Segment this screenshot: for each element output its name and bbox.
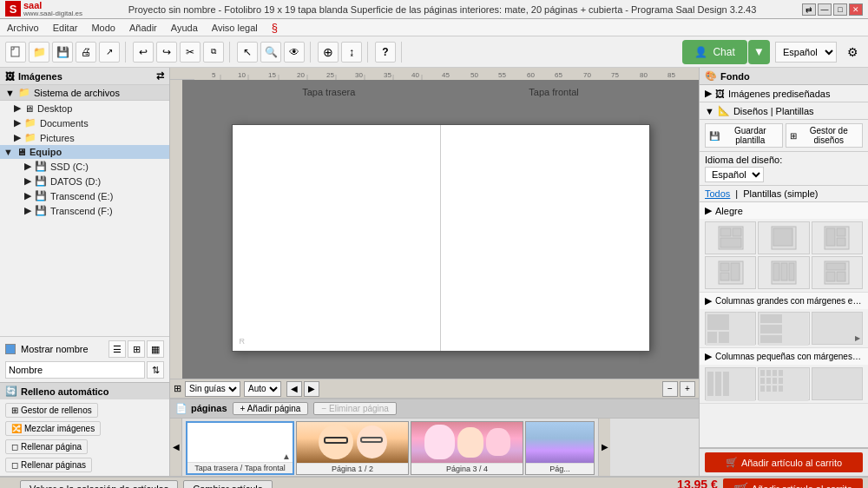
tree-item-documents[interactable]: ▶ 📁 Documents [0, 115, 169, 130]
export-button[interactable]: ↗ [99, 42, 120, 63]
main-canvas[interactable]: Tapa trasera Tapa frontal R [182, 80, 699, 379]
alegre-thumb-1[interactable] [705, 221, 756, 254]
alegre-thumb-6-svg [824, 260, 850, 285]
mezclar-imagenes-button[interactable]: 🔀 Mezclar imágenes [5, 421, 101, 436]
filmstrip-page-4[interactable]: Pág... [525, 421, 595, 475]
svg-rect-43 [731, 263, 740, 280]
col-pq-thumb-2[interactable] [758, 367, 809, 400]
alegre-thumb-4[interactable] [705, 256, 756, 289]
svg-rect-67 [773, 370, 777, 376]
add-to-cart-right-button[interactable]: 🛒 Añadir artículo al carrito [705, 452, 863, 472]
gestor-disenos-button[interactable]: ⊞ Gestor de diseños [786, 123, 864, 148]
add2-button[interactable]: ↨ [341, 42, 362, 63]
tree-item-transcend-f[interactable]: ▶ 💾 Transcend (F:) [0, 203, 169, 218]
guides-select[interactable]: Sin guías [185, 381, 240, 397]
col-pq-thumb-3[interactable] [812, 367, 863, 400]
open-button[interactable]: 📁 [29, 42, 49, 63]
zoom-in-button[interactable]: + [680, 381, 695, 397]
col-pq-thumb-1[interactable] [705, 367, 756, 400]
filmstrip-arrow-1[interactable]: ▲ [282, 452, 291, 461]
tree-item-datos[interactable]: ▶ 💾 DATOS (D:) [0, 174, 169, 188]
alegre-header[interactable]: ▶ Alegre [700, 202, 868, 219]
tree-item-ssd[interactable]: ▶ 💾 SSD (C:) [0, 159, 169, 174]
col-grandes-thumb-1[interactable] [705, 312, 756, 345]
redo-button[interactable]: ↪ [156, 42, 177, 63]
rellenar-paginas-button[interactable]: ◻ Rellenar páginas [5, 458, 92, 472]
svg-text:80: 80 [640, 71, 648, 79]
next-page-button[interactable]: ▶ [304, 381, 319, 397]
help-button[interactable]: ? [375, 42, 396, 63]
menu-ayuda[interactable]: Ayuda [168, 22, 201, 34]
filesystem-header[interactable]: ▼ 📁 Sistema de archivos [0, 85, 169, 101]
col-grandes-thumb-2[interactable] [758, 312, 809, 345]
show-name-checkbox[interactable]: Mostrar nombre [5, 344, 89, 354]
col-grandes-thumb-1-svg [706, 313, 755, 346]
svg-rect-55 [719, 332, 729, 343]
language-select[interactable]: Español English Deutsch [775, 42, 837, 63]
rellenar-pagina-button[interactable]: ◻ Rellenar página [5, 439, 88, 454]
save-button[interactable]: 💾 [52, 42, 73, 63]
menu-aviso-legal[interactable]: Aviso legal [208, 22, 261, 34]
gestor-rellenos-button[interactable]: ⊞ Gestor de rellenos [5, 403, 98, 418]
grid-view-btn[interactable]: ⊞ [128, 340, 145, 358]
idioma-design-select[interactable]: Español [705, 167, 764, 182]
sort-button[interactable]: ⇅ [147, 361, 164, 379]
disenos-plantillas-section[interactable]: ▼ 📐 Diseños | Plantillas [700, 102, 868, 120]
equipo-header[interactable]: ▼ 🖥 Equipo [0, 145, 169, 159]
filmstrip-page-3[interactable]: Página 3 / 4 [411, 421, 523, 475]
columnas-grandes-header[interactable]: ▶ Columnas grandes con márgenes exte... [700, 293, 868, 309]
alegre-thumb-5[interactable] [758, 256, 809, 289]
undo-button[interactable]: ↩ [133, 42, 154, 63]
filmstrip-page-1[interactable]: Tapa trasera / Tapa frontal ▲ [186, 421, 294, 475]
tree-item-pictures[interactable]: ▶ 📁 Pictures [0, 130, 169, 145]
change-article-button[interactable]: Cambiar artículo [183, 480, 273, 488]
remove-page-button[interactable]: − Eliminar página [313, 402, 397, 415]
hand-tool[interactable]: 👁 [284, 42, 305, 63]
alegre-thumb-2[interactable] [758, 221, 809, 254]
prev-page-button[interactable]: ◀ [286, 381, 302, 397]
alegre-thumb-6[interactable] [812, 256, 863, 289]
print-button[interactable]: 🖨 [76, 42, 96, 63]
select-tool[interactable]: ↖ [237, 42, 258, 63]
cut-button[interactable]: ✂ [180, 42, 201, 63]
filename-input[interactable] [5, 361, 145, 379]
guardar-plantilla-button[interactable]: 💾 Guardar plantilla [705, 123, 783, 148]
filmstrip-scroll-left[interactable]: ◀ [170, 419, 182, 476]
minimize-button2[interactable]: — [818, 3, 832, 16]
zoom-select[interactable]: Auto [244, 381, 281, 397]
tree-item-transcend-e[interactable]: ▶ 💾 Transcend (E:) [0, 188, 169, 203]
filmstrip-page-2[interactable]: Página 1 / 2 [296, 421, 409, 475]
columnas-pequenas-header[interactable]: ▶ Columnas pequeñas con márgenes ex... [700, 348, 868, 365]
col-grandes-thumb-3[interactable]: ▶ [812, 312, 863, 345]
tree-item-desktop[interactable]: ▶ 🖥 Desktop [0, 101, 169, 115]
chat-person-icon: 👤 [694, 46, 707, 58]
add-page-button[interactable]: + Añadir página [233, 402, 309, 415]
todos-link[interactable]: Todos [705, 188, 730, 199]
minimize-button[interactable]: ⇄ [802, 3, 816, 16]
zoom-out-button[interactable]: − [662, 381, 678, 397]
grid-small-btn[interactable]: ▦ [147, 340, 164, 358]
copy-button[interactable]: ⧉ [203, 42, 224, 63]
add-to-cart-button[interactable]: 🛒 Añadir artículo al carrito [723, 478, 863, 488]
close-button[interactable]: ✕ [849, 3, 863, 16]
columnas-pequenas-section: ▶ Columnas pequeñas con márgenes ex... [700, 348, 868, 404]
menu-modo[interactable]: Modo [88, 22, 119, 34]
new-button[interactable] [5, 42, 26, 63]
menu-anadir[interactable]: Añadir [126, 22, 161, 34]
chat-button[interactable]: 👤 Chat [682, 40, 746, 64]
svg-text:5: 5 [212, 71, 216, 79]
menu-editar[interactable]: Editar [49, 22, 82, 34]
maximize-button[interactable]: □ [833, 3, 847, 16]
back-button[interactable]: Volver a la selección de artículos [20, 480, 178, 488]
chat-dropdown-button[interactable]: ▼ [748, 40, 770, 64]
filmstrip-scroll-right[interactable]: ▶ [598, 419, 610, 476]
alegre-thumb-3[interactable] [812, 221, 863, 254]
imagenes-prediseñadas-section[interactable]: ▶ 🖼 Imágenes prediseñadas [700, 85, 868, 102]
settings-button[interactable]: ⚙ [842, 42, 863, 63]
list-view-btn[interactable]: ☰ [108, 340, 126, 358]
zoom-tool[interactable]: 🔍 [260, 42, 281, 63]
alegre-template-section: ▶ Alegre [700, 202, 868, 293]
expand-icon[interactable]: ⇄ [156, 70, 164, 82]
add-button[interactable]: ⊕ [318, 42, 339, 63]
menu-archivo[interactable]: Archivo [3, 22, 43, 34]
